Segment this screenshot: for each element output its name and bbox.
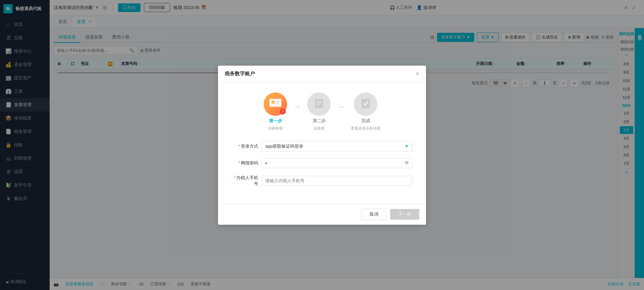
step-2-sublabel: 去取票 <box>314 126 325 131</box>
svg-rect-7 <box>316 104 320 105</box>
svg-rect-2 <box>276 101 280 102</box>
select-dropdown-icon: ▼ <box>405 144 409 149</box>
svg-rect-5 <box>316 101 322 101</box>
step-3-label: 完成 <box>361 118 370 124</box>
step-arrow-2: → <box>331 102 351 111</box>
step-2-icon-wrap <box>307 92 331 116</box>
step-1: ! 第一步 完善账密 <box>264 92 287 131</box>
svg-rect-4 <box>315 99 323 108</box>
step-2: 第二步 去取票 <box>307 92 331 131</box>
step-1-sublabel: 完善账密 <box>268 126 283 131</box>
login-method-select[interactable]: app获取验证码登录 ▼ <box>262 141 413 152</box>
step-1-badge: ! <box>280 108 286 115</box>
login-method-label: 登录方式 <box>231 143 258 149</box>
step-3-icon-wrap <box>354 92 377 116</box>
step-3-icon <box>359 98 372 110</box>
login-method-row: 登录方式 app获取验证码登录 ▼ <box>231 141 413 152</box>
svg-rect-8 <box>362 99 370 108</box>
step-3-sublabel: 查看具体任务结果 <box>351 126 380 131</box>
svg-rect-6 <box>316 102 322 103</box>
svg-point-1 <box>271 100 275 104</box>
step-2-label: 第二步 <box>313 118 326 124</box>
cancel-button[interactable]: 取消 <box>361 209 387 220</box>
modal-title: 税务数字账户 <box>225 71 255 77</box>
modal-header: 税务数字账户 × <box>218 66 426 82</box>
step-2-icon <box>312 98 326 110</box>
svg-rect-0 <box>269 99 281 107</box>
modal-overlay: 税务数字账户 × <box>0 0 644 290</box>
step-arrow-1: → <box>287 102 307 111</box>
svg-rect-3 <box>276 103 279 104</box>
next-step-button: 下一步 <box>390 209 419 220</box>
password-input[interactable] <box>262 159 401 168</box>
tax-account-modal: 税务数字账户 × <box>218 66 426 225</box>
phone-input[interactable] <box>262 176 413 186</box>
password-input-wrap: 👁 <box>262 158 413 168</box>
password-label: 网报密码 <box>231 160 258 166</box>
step-1-icon-wrap: ! <box>264 92 287 116</box>
phone-label: 办税人手机号 <box>231 175 258 187</box>
login-method-value: app获取验证码登录 <box>265 143 303 149</box>
step-1-label: 第一步 <box>269 118 282 124</box>
modal-footer: 取消 下一步 <box>218 204 426 225</box>
password-row: 网报密码 👁 <box>231 158 413 168</box>
eye-icon[interactable]: 👁 <box>401 160 412 166</box>
modal-close-button[interactable]: × <box>416 70 419 77</box>
steps: ! 第一步 完善账密 → <box>231 92 413 131</box>
phone-row: 办税人手机号 <box>231 175 413 187</box>
step-3: 完成 查看具体任务结果 <box>351 92 380 131</box>
modal-body: ! 第一步 完善账密 → <box>218 82 426 204</box>
step-1-icon <box>269 97 282 111</box>
